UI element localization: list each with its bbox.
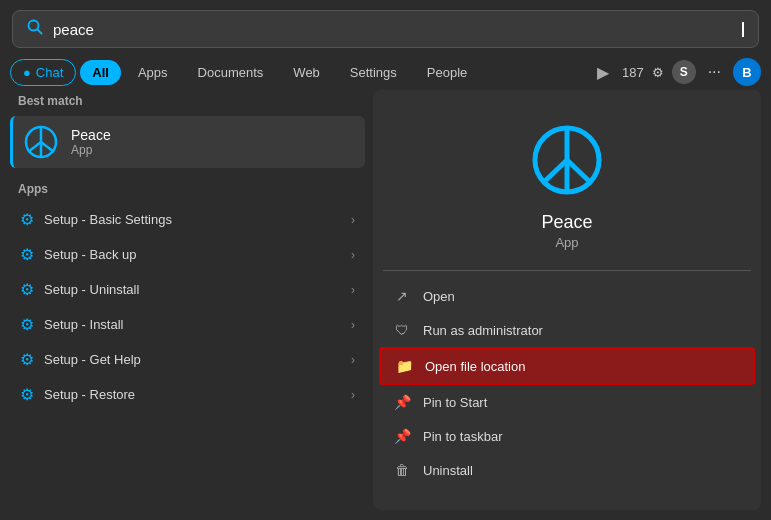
best-match-name: Peace <box>71 127 111 143</box>
chevron-right-icon: › <box>351 248 355 262</box>
right-app-type: App <box>555 235 578 250</box>
context-menu-item[interactable]: 📁 Open file location <box>379 347 755 385</box>
chevron-right-icon: › <box>351 318 355 332</box>
right-app-name: Peace <box>541 212 592 233</box>
context-menu-item[interactable]: 🛡 Run as administrator <box>373 313 761 347</box>
list-item[interactable]: ⚙ Setup - Uninstall › <box>10 272 365 307</box>
tabs-row: ● Chat All Apps Documents Web Settings P… <box>0 58 771 86</box>
cursor <box>742 22 744 37</box>
more-options-button[interactable]: ··· <box>704 63 725 81</box>
context-item-label: Pin to Start <box>423 395 487 410</box>
left-panel: Best match Peace App Apps ⚙ Setup - Basi… <box>10 90 365 510</box>
app-list-left: ⚙ Setup - Install <box>20 315 124 334</box>
filter-icon[interactable]: ⚙ <box>652 65 664 80</box>
context-item-label: Run as administrator <box>423 323 543 338</box>
apps-section-label: Apps <box>10 178 365 200</box>
context-item-icon: 📁 <box>395 358 413 374</box>
context-item-icon: ↗ <box>393 288 411 304</box>
app-list-left: ⚙ Setup - Back up <box>20 245 137 264</box>
svg-line-5 <box>41 142 54 152</box>
search-bar: peace <box>12 10 759 48</box>
context-item-icon: 📌 <box>393 394 411 410</box>
peace-app-icon <box>23 124 59 160</box>
main-content: Best match Peace App Apps ⚙ Setup - Basi… <box>0 90 771 520</box>
gear-icon: ⚙ <box>20 350 34 369</box>
context-menu-item[interactable]: ↗ Open <box>373 279 761 313</box>
app-list-left: ⚙ Setup - Uninstall <box>20 280 139 299</box>
tab-web[interactable]: Web <box>280 59 333 86</box>
best-match-type: App <box>71 143 111 157</box>
context-menu-item[interactable]: 📌 Pin to taskbar <box>373 419 761 453</box>
app-list-left: ⚙ Setup - Get Help <box>20 350 141 369</box>
peace-logo-large <box>527 120 607 200</box>
chevron-right-icon: › <box>351 353 355 367</box>
svg-line-4 <box>28 142 41 152</box>
gear-icon: ⚙ <box>20 280 34 299</box>
list-item[interactable]: ⚙ Setup - Install › <box>10 307 365 342</box>
list-item[interactable]: ⚙ Setup - Basic Settings › <box>10 202 365 237</box>
svg-line-1 <box>38 30 42 34</box>
user-avatar[interactable]: S <box>672 60 696 84</box>
chevron-right-icon: › <box>351 388 355 402</box>
app-list-name: Setup - Restore <box>44 387 135 402</box>
context-item-label: Pin to taskbar <box>423 429 503 444</box>
list-item[interactable]: ⚙ Setup - Back up › <box>10 237 365 272</box>
context-menu-item[interactable]: 🗑 Uninstall <box>373 453 761 487</box>
context-item-icon: 📌 <box>393 428 411 444</box>
app-list-left: ⚙ Setup - Restore <box>20 385 135 404</box>
tab-apps[interactable]: Apps <box>125 59 181 86</box>
gear-icon: ⚙ <box>20 315 34 334</box>
right-panel: Peace App ↗ Open 🛡 Run as administrator … <box>373 90 761 510</box>
tab-people[interactable]: People <box>414 59 480 86</box>
svg-line-8 <box>544 160 567 182</box>
best-match-label: Best match <box>10 90 365 112</box>
app-list-name: Setup - Basic Settings <box>44 212 172 227</box>
tab-count: 187 <box>622 65 644 80</box>
svg-line-9 <box>567 160 590 182</box>
tab-chat[interactable]: ● Chat <box>10 59 76 86</box>
list-item[interactable]: ⚙ Setup - Get Help › <box>10 342 365 377</box>
app-list-name: Setup - Install <box>44 317 124 332</box>
context-menu: ↗ Open 🛡 Run as administrator 📁 Open fil… <box>373 271 761 510</box>
chevron-right-icon: › <box>351 283 355 297</box>
list-item[interactable]: ⚙ Setup - Restore › <box>10 377 365 412</box>
context-item-icon: 🛡 <box>393 322 411 338</box>
app-list-name: Setup - Back up <box>44 247 137 262</box>
app-list-name: Setup - Uninstall <box>44 282 139 297</box>
gear-icon: ⚙ <box>20 245 34 264</box>
play-button[interactable]: ▶ <box>592 61 614 83</box>
chat-icon: ● <box>23 65 31 80</box>
search-icon <box>27 19 43 39</box>
gear-icon: ⚙ <box>20 385 34 404</box>
tab-settings[interactable]: Settings <box>337 59 410 86</box>
gear-icon: ⚙ <box>20 210 34 229</box>
context-item-label: Open file location <box>425 359 525 374</box>
app-list-name: Setup - Get Help <box>44 352 141 367</box>
tab-documents[interactable]: Documents <box>185 59 277 86</box>
context-item-label: Open <box>423 289 455 304</box>
best-match-item[interactable]: Peace App <box>10 116 365 168</box>
chevron-right-icon: › <box>351 213 355 227</box>
search-input-value[interactable]: peace <box>53 21 741 38</box>
context-item-label: Uninstall <box>423 463 473 478</box>
app-list-left: ⚙ Setup - Basic Settings <box>20 210 172 229</box>
tab-all[interactable]: All <box>80 60 121 85</box>
right-top: Peace App <box>373 90 761 270</box>
tabs-right: ▶ 187 ⚙ S ··· B <box>592 58 761 86</box>
context-menu-item[interactable]: 📌 Pin to Start <box>373 385 761 419</box>
best-match-info: Peace App <box>71 127 111 157</box>
app-list: ⚙ Setup - Basic Settings › ⚙ Setup - Bac… <box>10 202 365 412</box>
context-item-icon: 🗑 <box>393 462 411 478</box>
bing-button[interactable]: B <box>733 58 761 86</box>
